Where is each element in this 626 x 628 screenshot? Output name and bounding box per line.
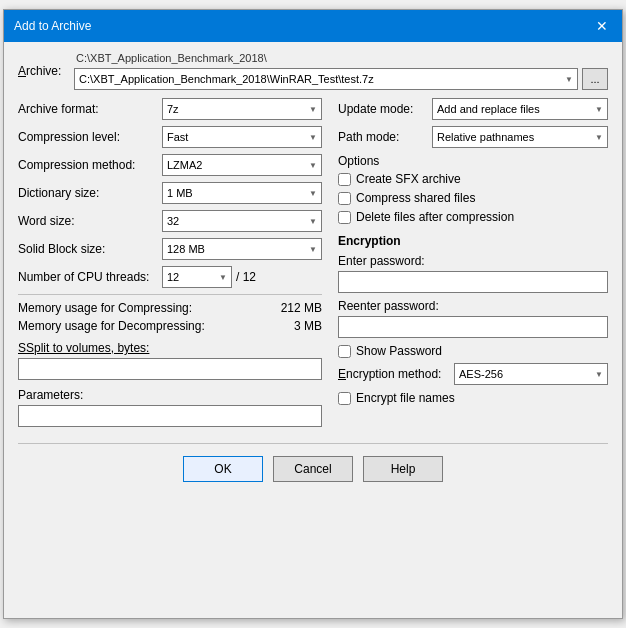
archive-label: Archive: [18,64,68,78]
path-mode-label: Path mode: [338,130,428,144]
cpu-threads-select[interactable]: 12 ▼ [162,266,232,288]
archive-path-combo[interactable]: C:\XBT_Application_Benchmark_2018\WinRAR… [74,68,578,90]
format-select[interactable]: 7z ▼ [162,98,322,120]
delete-after-label: Delete files after compression [356,210,514,224]
compression-method-arrow: ▼ [309,161,317,170]
format-value: 7z [167,103,179,115]
show-password-checkbox[interactable] [338,345,351,358]
cpu-threads-label: Number of CPU threads: [18,270,158,284]
word-size-label: Word size: [18,214,158,228]
sfx-label: Create SFX archive [356,172,461,186]
title-bar: Add to Archive ✕ [4,10,622,42]
help-button[interactable]: Help [363,456,443,482]
cpu-threads-value: 12 [167,271,179,283]
compress-shared-label: Compress shared files [356,191,475,205]
word-size-select[interactable]: 32 ▼ [162,210,322,232]
compression-method-label: Compression method: [18,158,158,172]
options-title: Options [338,154,608,168]
dictionary-size-arrow: ▼ [309,189,317,198]
archive-path-value: C:\XBT_Application_Benchmark_2018\WinRAR… [79,73,374,85]
word-size-value: 32 [167,215,179,227]
solid-block-select[interactable]: 128 MB ▼ [162,238,322,260]
encryption-section: Encryption Enter password: Reenter passw… [338,234,608,405]
memory-compress-value: 212 MB [281,301,322,315]
update-mode-value: Add and replace files [437,103,540,115]
dictionary-size-value: 1 MB [167,187,193,199]
update-mode-label: Update mode: [338,102,428,116]
left-column: Archive format: 7z ▼ Compression level: … [18,98,322,427]
memory-compress-label: Memory usage for Compressing: [18,301,192,315]
encrypt-names-label: Encrypt file names [356,391,455,405]
format-label: Archive format: [18,102,158,116]
compression-level-label: Compression level: [18,130,158,144]
cpu-threads-arrow: ▼ [219,273,227,282]
delete-after-checkbox[interactable] [338,211,351,224]
browse-button[interactable]: ... [582,68,608,90]
update-mode-arrow: ▼ [595,105,603,114]
enc-method-select[interactable]: AES-256 ▼ [454,363,608,385]
ok-button[interactable]: OK [183,456,263,482]
bottom-buttons: OK Cancel Help [18,443,608,492]
memory-decompress-value: 3 MB [294,319,322,333]
memory-decompress-label: Memory usage for Decompressing: [18,319,205,333]
show-password-label: Show Password [356,344,442,358]
params-input[interactable] [18,405,322,427]
compression-level-value: Fast [167,131,188,143]
reenter-password-input[interactable] [338,316,608,338]
reenter-password-label: Reenter password: [338,299,608,313]
solid-block-arrow: ▼ [309,245,317,254]
split-label: SSplit to volumes, bytes: [18,341,322,355]
dictionary-size-select[interactable]: 1 MB ▼ [162,182,322,204]
dialog-title: Add to Archive [14,19,91,33]
add-to-archive-dialog: Add to Archive ✕ Archive: C:\XBT_Applica… [3,9,623,619]
solid-block-value: 128 MB [167,243,205,255]
compression-level-arrow: ▼ [309,133,317,142]
enter-password-label: Enter password: [338,254,608,268]
path-mode-value: Relative pathnames [437,131,534,143]
archive-combo-arrow: ▼ [565,75,573,84]
divider-1 [18,294,322,295]
word-size-arrow: ▼ [309,217,317,226]
close-button[interactable]: ✕ [592,16,612,36]
solid-block-label: Solid Block size: [18,242,158,256]
path-mode-select[interactable]: Relative pathnames ▼ [432,126,608,148]
sfx-checkbox[interactable] [338,173,351,186]
params-label: Parameters: [18,388,322,402]
cpu-threads-total: / 12 [236,270,256,284]
format-arrow: ▼ [309,105,317,114]
enc-method-arrow: ▼ [595,370,603,379]
encrypt-names-checkbox[interactable] [338,392,351,405]
compression-method-value: LZMA2 [167,159,202,171]
encryption-title: Encryption [338,234,608,248]
dictionary-size-label: Dictionary size: [18,186,158,200]
path-mode-arrow: ▼ [595,133,603,142]
split-input[interactable] [18,358,322,380]
compression-method-select[interactable]: LZMA2 ▼ [162,154,322,176]
cancel-button[interactable]: Cancel [273,456,353,482]
archive-path-group: C:\XBT_Application_Benchmark_2018\ C:\XB… [74,52,608,90]
options-section: Options Create SFX archive Compress shar… [338,154,608,224]
enc-method-value: AES-256 [459,368,503,380]
right-column: Update mode: Add and replace files ▼ Pat… [338,98,608,427]
archive-top-path: C:\XBT_Application_Benchmark_2018\ [74,52,608,64]
compress-shared-checkbox[interactable] [338,192,351,205]
compression-level-select[interactable]: Fast ▼ [162,126,322,148]
enc-method-label: Encryption method: [338,367,448,381]
update-mode-select[interactable]: Add and replace files ▼ [432,98,608,120]
enter-password-input[interactable] [338,271,608,293]
